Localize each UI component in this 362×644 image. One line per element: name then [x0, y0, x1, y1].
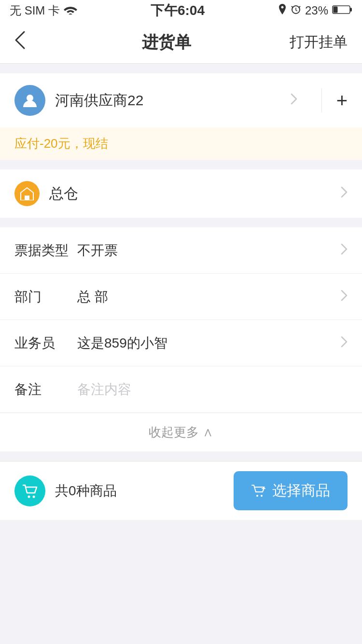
avatar	[14, 85, 45, 116]
main-content: 河南供应商22 + 应付-20元，现结 总仓	[0, 64, 362, 644]
page-title: 进货单	[142, 31, 191, 54]
alarm-icon	[291, 4, 301, 17]
remark-row[interactable]: 备注 备注内容	[0, 366, 362, 413]
invoice-type-chevron-icon	[341, 243, 348, 258]
cart-add-icon	[251, 484, 266, 498]
invoice-type-value: 不开票	[77, 241, 341, 260]
department-chevron-icon	[341, 289, 348, 305]
add-supplier-button[interactable]: +	[336, 90, 348, 112]
nav-bar: 进货单 打开挂单	[0, 21, 362, 64]
warehouse-row[interactable]: 总仓	[0, 169, 362, 218]
svg-point-9	[261, 495, 263, 497]
warehouse-chevron-icon	[341, 186, 348, 201]
status-time: 下午6:04	[151, 1, 205, 20]
select-product-label: 选择商品	[272, 481, 330, 501]
status-bar: 无 SIM 卡 下午6:04 23%	[0, 0, 362, 21]
svg-point-7	[33, 495, 35, 498]
svg-rect-2	[350, 8, 352, 12]
supplier-row[interactable]: 河南供应商22 +	[0, 73, 362, 127]
battery-label: 23%	[305, 4, 328, 17]
section-gap-3	[0, 218, 362, 227]
wifi-icon	[64, 4, 77, 17]
invoice-type-label: 票据类型	[14, 241, 77, 260]
salesperson-value: 这是859的小智	[77, 334, 341, 352]
department-value: 总 部	[77, 288, 341, 306]
salesperson-row[interactable]: 业务员 这是859的小智	[0, 320, 362, 366]
remark-label: 备注	[14, 380, 77, 399]
supplier-chevron-icon	[291, 93, 297, 108]
back-button[interactable]	[14, 31, 43, 54]
collapse-label: 收起更多 ∧	[149, 424, 213, 441]
svg-point-4	[27, 95, 33, 101]
status-right: 23%	[278, 4, 352, 17]
svg-rect-3	[333, 7, 337, 13]
svg-rect-5	[25, 196, 29, 200]
status-left: 无 SIM 卡	[10, 3, 77, 18]
section-gap-4	[0, 451, 362, 461]
open-pending-button[interactable]: 打开挂单	[290, 32, 348, 52]
warehouse-section: 总仓	[0, 169, 362, 218]
form-section: 票据类型 不开票 部门 总 部 业务员 这是859的小智 备注 备注内容	[0, 227, 362, 451]
cart-icon	[14, 476, 45, 506]
remark-placeholder: 备注内容	[77, 380, 348, 399]
fill-area	[0, 520, 362, 644]
salesperson-label: 业务员	[14, 334, 77, 352]
svg-point-6	[28, 495, 30, 498]
salesperson-chevron-icon	[341, 336, 348, 351]
department-label: 部门	[14, 288, 77, 306]
location-icon	[278, 4, 287, 17]
warehouse-icon	[14, 181, 40, 206]
svg-point-8	[256, 495, 258, 497]
invoice-type-row[interactable]: 票据类型 不开票	[0, 227, 362, 274]
product-count: 共0种商品	[55, 482, 234, 500]
vertical-divider	[321, 88, 322, 112]
supplier-section: 河南供应商22 + 应付-20元，现结	[0, 73, 362, 160]
battery-icon	[332, 4, 352, 17]
collapse-row[interactable]: 收起更多 ∧	[0, 413, 362, 451]
notice-text: 应付-20元，现结	[14, 136, 108, 151]
select-product-button[interactable]: 选择商品	[234, 471, 348, 510]
carrier-label: 无 SIM 卡	[10, 3, 60, 18]
section-gap-2	[0, 160, 362, 169]
section-gap-1	[0, 64, 362, 73]
department-row[interactable]: 部门 总 部	[0, 274, 362, 320]
warehouse-name: 总仓	[49, 184, 341, 204]
notice-bar: 应付-20元，现结	[0, 127, 362, 160]
bottom-bar: 共0种商品 选择商品	[0, 461, 362, 520]
supplier-name: 河南供应商22	[55, 91, 291, 111]
